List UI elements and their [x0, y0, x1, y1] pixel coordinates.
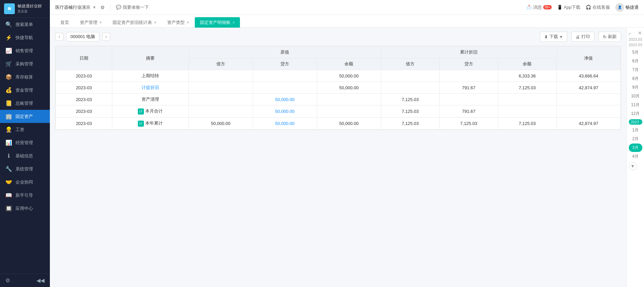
brand-name: 畅捷通好业财	[18, 4, 42, 9]
app-download-btn[interactable]: 📱 App下载	[557, 4, 580, 10]
sidebar-icon-system: 🔧	[5, 166, 12, 172]
timeline-month-9月[interactable]: 9月	[629, 83, 642, 92]
timeline-month-11月[interactable]: 11月	[629, 101, 642, 109]
user-menu-btn[interactable]: 👤 畅捷通	[615, 3, 639, 12]
cell-lj-credit: 791.67	[439, 105, 498, 118]
sidebar-item-guide[interactable]: 📖新手引导	[0, 189, 50, 202]
sidebar-label-cooperation: 企业协同	[16, 179, 33, 185]
cell-net-value: 43,666.64	[556, 70, 620, 82]
settings-icon[interactable]: ⚙	[5, 277, 10, 284]
col-group-yuanzhi: 原值	[189, 46, 381, 58]
prev-asset-btn[interactable]: ‹	[55, 33, 63, 41]
tab-asset-detail[interactable]: 固定资产明细账×	[195, 17, 240, 28]
timeline-recent-month-4月[interactable]: 4月	[629, 152, 642, 161]
refresh-btn[interactable]: ↻ 刷新	[599, 32, 621, 42]
brand-edition: 普及版	[18, 9, 42, 14]
sidebar-label-operation: 经营管理	[16, 140, 33, 146]
timeline-close-btn[interactable]: ✕	[638, 30, 642, 36]
topbar-company-title: 医疗器械行业演示	[55, 4, 90, 10]
timeline-more-btn[interactable]: ▼	[629, 162, 637, 170]
cell-summary[interactable]: 计提折旧	[112, 82, 188, 94]
cell-lj-credit: 7,125.03	[439, 118, 498, 130]
cell-yz-balance	[317, 105, 381, 118]
download-btn[interactable]: ⬇ 下载 ▼	[540, 32, 567, 42]
sidebar-item-search[interactable]: 🔍搜索菜单	[0, 18, 50, 31]
cell-lj-balance: 7,125.03	[498, 118, 557, 130]
cell-yz-debit	[189, 105, 253, 118]
cell-date: 2023-03	[56, 70, 112, 82]
topbar-experience-btn[interactable]: 💬 我要体验一下	[116, 4, 149, 10]
timeline-expand-btn[interactable]: ⤢	[628, 32, 631, 36]
topbar-settings-btn[interactable]: ⚙	[100, 5, 105, 10]
collapse-icon[interactable]: ◀◀	[36, 277, 44, 284]
cell-lj-debit	[381, 82, 439, 94]
cell-yz-credit	[253, 70, 317, 82]
timeline-month-6月[interactable]: 6月	[629, 57, 642, 65]
col-yz-debit: 借方	[189, 58, 253, 70]
tab-asset-mgmt[interactable]: 资产管理×	[75, 17, 107, 28]
sidebar-item-quick-nav[interactable]: ⚡快捷导航	[0, 31, 50, 44]
print-btn[interactable]: 🖨 打印	[571, 32, 594, 42]
tab-depreciation-table[interactable]: 固定资产折旧统计表×	[108, 17, 161, 28]
sidebar-item-operation[interactable]: 📊经营管理	[0, 136, 50, 149]
cell-lj-debit: 7,125.03	[381, 105, 439, 118]
sidebar-item-fixed-assets[interactable]: 🏢固定资产	[0, 110, 50, 123]
brand-info: 畅捷通好业财 普及版	[18, 4, 42, 14]
sidebar-icon-inventory: 📦	[5, 74, 12, 80]
col-lj-balance: 余额	[498, 58, 557, 70]
sidebar-item-basic-info[interactable]: ℹ基础信息	[0, 149, 50, 162]
sidebar-label-sales: 销售管理	[16, 48, 33, 54]
col-group-ljzj: 累计折旧	[381, 46, 556, 58]
sidebar-label-inventory: 库存核算	[16, 74, 33, 80]
timeline-month-10月[interactable]: 10月	[629, 92, 642, 100]
sidebar-icon-app-center: 🔲	[5, 205, 12, 212]
topbar-dropdown-icon[interactable]: ▼	[92, 5, 96, 10]
timeline-year-badge[interactable]: 2023	[629, 119, 642, 125]
sidebar-icon-operation: 📊	[5, 139, 12, 146]
cell-yz-debit	[189, 82, 253, 94]
sidebar-item-payroll[interactable]: 👷工资	[0, 123, 50, 136]
tab-asset-type[interactable]: 资产类型×	[162, 17, 194, 28]
timeline-month-5月[interactable]: 5月	[629, 48, 642, 57]
sidebar-item-purchase[interactable]: 🛒采购管理	[0, 57, 50, 70]
cell-date: 2023-03	[56, 82, 112, 94]
cell-yz-balance: 50,000.00	[317, 118, 381, 130]
tab-home[interactable]: 首页	[55, 17, 74, 28]
cell-date: 2023-03	[56, 94, 112, 105]
sidebar: 畅 畅捷通好业财 普及版 🔍搜索菜单⚡快捷导航📈销售管理🛒采购管理📦库存核算💰资…	[0, 0, 50, 287]
table-row: 2023-03 计本月合计 50,000.00 7,125.03 791.67	[56, 105, 621, 118]
tab-close-asset-type[interactable]: ×	[187, 20, 189, 25]
service-btn[interactable]: 🎧 在线客服	[586, 4, 610, 10]
print-label: 打印	[581, 34, 590, 40]
tab-close-asset-detail[interactable]: ×	[233, 20, 235, 25]
tab-close-depreciation-table[interactable]: ×	[154, 20, 156, 25]
sidebar-item-ledger[interactable]: 📒总账管理	[0, 97, 50, 110]
sidebar-item-inventory[interactable]: 📦库存核算	[0, 70, 50, 84]
next-asset-btn[interactable]: ›	[102, 33, 110, 41]
cell-lj-debit: 7,125.03	[381, 94, 439, 105]
table-row: 2023-03 计提折旧 50,000.00 791.67 7,125.03 4…	[56, 82, 621, 94]
message-btn[interactable]: 📩 消息 99+	[526, 4, 552, 10]
detail-toolbar: ‹ 000001 电脑 › ⬇ 下载 ▼ 🖨 打印 ↻	[55, 32, 621, 42]
sidebar-item-system[interactable]: 🔧系统管理	[0, 162, 50, 176]
sidebar-item-sales[interactable]: 📈销售管理	[0, 44, 50, 57]
timeline-recent-month-3月[interactable]: 3月	[629, 144, 642, 152]
timeline-recent-month-1月[interactable]: 1月	[629, 126, 642, 134]
content-area: ‹ 000001 电脑 › ⬇ 下载 ▼ 🖨 打印 ↻	[50, 28, 644, 287]
timeline-month-12月[interactable]: 12月	[629, 109, 642, 118]
sidebar-item-cooperation[interactable]: 🤝企业协同	[0, 176, 50, 189]
sidebar-icon-cooperation: 🤝	[5, 179, 12, 185]
sidebar-icon-quick-nav: ⚡	[5, 34, 12, 41]
tab-close-asset-mgmt[interactable]: ×	[99, 20, 102, 25]
timeline-recent-month-2月[interactable]: 2月	[629, 135, 642, 143]
sidebar-label-fixed-assets: 固定资产	[16, 114, 33, 120]
sidebar-item-finance[interactable]: 💰资金管理	[0, 84, 50, 97]
cell-yz-credit	[253, 82, 317, 94]
timeline-month-7月[interactable]: 7月	[629, 66, 642, 74]
cell-summary: 上期结转	[112, 70, 188, 82]
sidebar-item-app-center[interactable]: 🔲应用中心	[0, 202, 50, 215]
timeline-month-8月[interactable]: 8月	[629, 74, 642, 83]
sidebar-icon-purchase: 🛒	[5, 61, 12, 67]
table-body: 2023-03 上期结转 50,000.00 6,333.36 43,666.6…	[56, 70, 621, 130]
experience-label: 我要体验一下	[123, 4, 149, 10]
